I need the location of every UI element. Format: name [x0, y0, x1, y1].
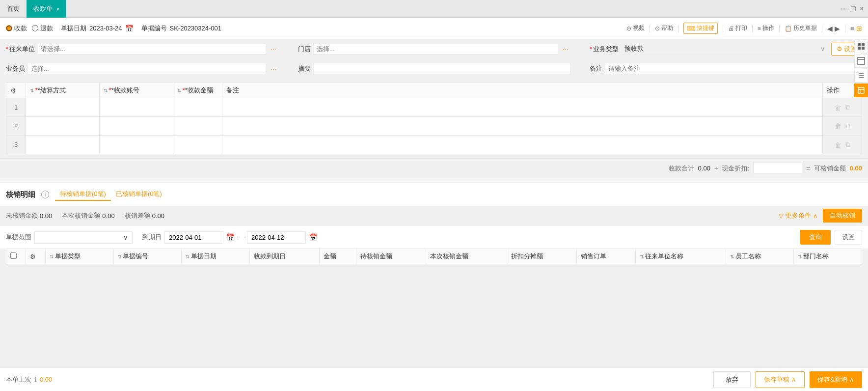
row-2-amount-input[interactable]	[173, 117, 222, 135]
row-3-delete-icon[interactable]: 🗑	[835, 141, 841, 149]
row-1-amount-input[interactable]	[173, 98, 222, 116]
toolbar-right-actions: ⊙ 视频 ⊙ 帮助 ⌨ 快捷键 🖨 打印 ≡ 操作 📋 历史单据 ◀	[626, 23, 862, 34]
range-field: 单据范围 ∨	[6, 231, 133, 244]
row-1-account-input[interactable]	[100, 98, 173, 116]
business-type-select[interactable]: 预收款 ∨	[622, 43, 828, 55]
tab-receipt[interactable]: 收款单 ×	[27, 0, 66, 18]
staff-more-btn[interactable]: ···	[269, 65, 278, 73]
shop-input[interactable]	[314, 44, 558, 55]
right-panel-icon-1[interactable]	[854, 39, 868, 53]
note-input[interactable]	[605, 63, 862, 74]
save-new-dropdown-icon[interactable]: ∧	[849, 376, 854, 383]
auto-offset-btn[interactable]: 自动核销	[823, 209, 862, 223]
table-settings-icon[interactable]: ⚙	[10, 87, 16, 94]
right-panel-icon-4[interactable]	[854, 84, 868, 97]
doc-date-value: 2023-03-24	[89, 25, 122, 32]
list-view-icon[interactable]: ≡	[850, 25, 854, 32]
range-select[interactable]: ∨	[34, 231, 133, 244]
staff-label: 业务员	[6, 64, 25, 73]
save-draft-dropdown-icon[interactable]: ∧	[791, 376, 796, 383]
operation-btn[interactable]: ≡ 操作	[758, 24, 774, 32]
row-2-account-input[interactable]	[100, 117, 173, 135]
filter-icon: ▽	[779, 212, 784, 220]
nav-right-icon[interactable]: ▶	[835, 25, 840, 32]
video-btn[interactable]: ⊙ 视频	[626, 24, 645, 32]
nav-arrows: ◀ ▶	[827, 25, 840, 32]
radio-receive[interactable]: 收款	[6, 24, 27, 33]
tab-done[interactable]: 已核销单据(0笔)	[111, 188, 167, 201]
row-1-copy-icon[interactable]: ⧉	[845, 103, 850, 112]
radio-refund[interactable]: 退款	[32, 24, 53, 33]
nav-left-icon[interactable]: ◀	[827, 25, 833, 32]
row-2-remark-input[interactable]	[222, 117, 822, 135]
counterpart-input[interactable]	[38, 44, 266, 55]
row-3-settle-input[interactable]	[26, 136, 99, 154]
col-settings2-th[interactable]: ⚙	[26, 249, 46, 264]
counterpart-more-btn[interactable]: ···	[269, 45, 278, 53]
summary-input[interactable]	[314, 63, 570, 74]
business-type-dropdown-icon: ∨	[820, 45, 825, 53]
counterpart-field: 往来单位 ···	[6, 44, 278, 55]
due-date-field: 到期日 📅 — 📅	[142, 231, 317, 244]
tab-receipt-close[interactable]: ×	[56, 6, 59, 12]
row-2-copy-icon[interactable]: ⧉	[845, 122, 850, 130]
help-btn[interactable]: ⊙ 帮助	[655, 24, 673, 32]
view-icons: ≡ ⊞	[850, 25, 862, 32]
abandon-btn[interactable]: 放弃	[713, 371, 751, 388]
more-conditions-btn[interactable]: ▽ 更多条件 ∧	[779, 211, 818, 220]
date-from-input[interactable]	[164, 231, 223, 244]
history-btn[interactable]: 📋 历史单据	[785, 24, 817, 32]
col-dept-name-th: ⇅ 部门名称	[794, 249, 862, 264]
row-1-settle-input[interactable]	[26, 98, 99, 116]
keyboard-icon: ⌨	[687, 25, 695, 32]
shortcuts-btn[interactable]: ⌨ 快捷键	[683, 23, 718, 34]
save-new-btn[interactable]: 保存&新增 ∧	[810, 371, 862, 388]
print-btn[interactable]: 🖨 打印	[728, 24, 747, 32]
verification-title: 核销明细	[6, 190, 35, 199]
discount-input[interactable]	[753, 163, 802, 174]
calendar-icon[interactable]: 📅	[125, 25, 134, 32]
row-2-action: 🗑 ⧉	[823, 117, 862, 136]
table2-settings-icon[interactable]: ⚙	[30, 253, 36, 260]
grid-view-icon[interactable]: ⊞	[856, 25, 862, 32]
row-1-delete-icon[interactable]: 🗑	[835, 104, 841, 112]
window-close-btn[interactable]: ×	[860, 4, 864, 13]
date-from-icon[interactable]: 📅	[226, 233, 235, 241]
table-row: 3 🗑 ⧉	[6, 136, 862, 154]
footer-info-icon[interactable]: ℹ	[34, 376, 37, 383]
row-2-delete-icon[interactable]: 🗑	[835, 122, 841, 130]
window-min-btn[interactable]: ─	[841, 4, 847, 13]
right-panel-icon-3[interactable]	[854, 69, 868, 83]
row-3-remark-input[interactable]	[222, 136, 822, 154]
tab-pending[interactable]: 待核销单据(0笔)	[55, 188, 111, 201]
shop-more-btn[interactable]: ···	[561, 45, 570, 53]
help-icon: ⊙	[655, 25, 660, 32]
doc-no-group: 单据编号 SK-20230324-001	[141, 24, 222, 33]
date-to-icon[interactable]: 📅	[309, 233, 317, 241]
available-value: 0.00	[850, 165, 862, 172]
right-panel-icon-2[interactable]	[854, 54, 868, 68]
tab-home[interactable]: 首页	[0, 0, 27, 18]
sep4	[570, 64, 590, 74]
col-discount-th: 折扣分摊额	[507, 249, 576, 264]
query-btn[interactable]: 查询	[800, 230, 831, 245]
row-2-settle-input[interactable]	[26, 117, 99, 135]
row-1-remark-input[interactable]	[222, 98, 822, 116]
counterpart-label: 往来单位	[6, 45, 35, 54]
operation-icon: ≡	[758, 25, 761, 32]
col-settings-th[interactable]: ⚙	[6, 83, 26, 98]
date-to-input[interactable]	[247, 231, 306, 244]
sep2	[570, 44, 590, 54]
row-3-account-input[interactable]	[100, 136, 173, 154]
row-3-copy-icon[interactable]: ⧉	[845, 140, 850, 149]
filter-settings-btn[interactable]: 设置	[835, 230, 862, 245]
col-settle-th: ⇅ **结算方式	[26, 83, 100, 98]
save-draft-btn[interactable]: 保存草稿 ∧	[756, 371, 805, 388]
staff-input[interactable]	[28, 63, 266, 74]
verification-info-icon[interactable]: i	[41, 191, 49, 198]
window-max-btn[interactable]: □	[851, 4, 856, 13]
row-3-amount-input[interactable]	[173, 136, 222, 154]
select-all-checkbox[interactable]	[10, 252, 17, 259]
verification-header: 核销明细 i 待核销单据(0笔) 已核销单据(0笔)	[0, 182, 868, 206]
total-value: 0.00	[698, 165, 710, 172]
